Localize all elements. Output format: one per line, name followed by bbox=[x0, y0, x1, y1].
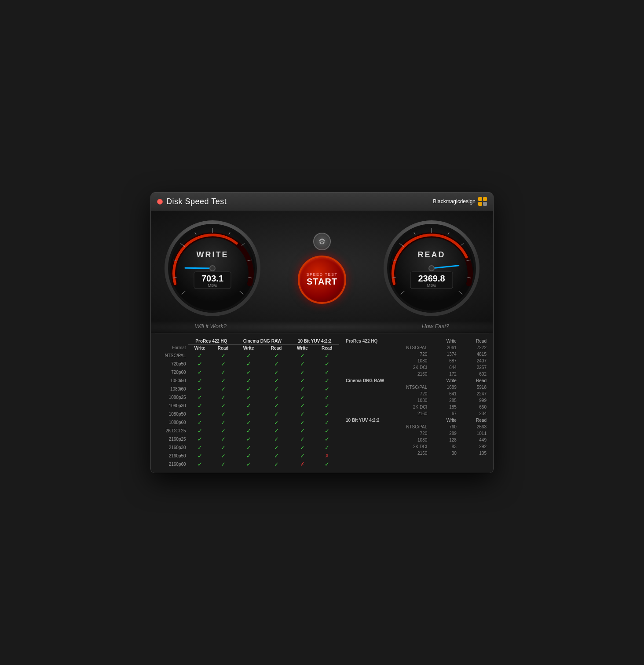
svg-text:MB/s: MB/s bbox=[208, 283, 217, 288]
check-icon: ✓ bbox=[325, 377, 329, 384]
check-cell: ✓ bbox=[263, 385, 290, 393]
format-cell: 720p60 bbox=[155, 368, 188, 376]
how-fast-label: How Fast? bbox=[422, 323, 449, 329]
close-button[interactable] bbox=[157, 199, 163, 205]
check-icon: ✓ bbox=[221, 436, 226, 442]
check-cell: ✓ bbox=[290, 418, 315, 427]
sub-col-1: Write bbox=[188, 344, 212, 351]
table-row: 2K DCI 25✓✓✓✓✓✓ bbox=[155, 427, 339, 435]
read-value: 602 bbox=[459, 371, 489, 377]
check-icon: ✓ bbox=[274, 461, 279, 468]
write-value: 2061 bbox=[429, 344, 459, 351]
check-cell: ✓ bbox=[263, 427, 290, 435]
check-cell: ✓ bbox=[290, 452, 315, 460]
check-icon: ✓ bbox=[246, 369, 251, 376]
check-cell: ✓ bbox=[315, 385, 340, 393]
check-cell: ✓ bbox=[234, 418, 262, 427]
sub-col-5: Write bbox=[290, 344, 315, 351]
table-row: 2160p25✓✓✓✓✓✓ bbox=[155, 435, 339, 443]
write-value: 172 bbox=[429, 371, 459, 377]
check-cell: ✓ bbox=[315, 443, 340, 452]
read-value: 5918 bbox=[459, 384, 489, 391]
check-cell: ✓ bbox=[188, 351, 212, 360]
check-cell: ✓ bbox=[263, 460, 290, 468]
format-cell: 1080p30 bbox=[155, 402, 188, 410]
check-icon: ✓ bbox=[300, 444, 305, 451]
check-cell: ✓ bbox=[212, 368, 235, 376]
check-icon: ✓ bbox=[198, 394, 202, 401]
check-cell: ✓ bbox=[290, 435, 315, 443]
read-value: 2247 bbox=[459, 391, 489, 397]
write-gauge: WRITE 703.1 MB/s bbox=[164, 220, 261, 317]
check-icon: ✓ bbox=[300, 402, 305, 409]
check-cell: ✓ bbox=[263, 452, 290, 460]
check-cell: ✓ bbox=[234, 351, 262, 360]
check-cell: ✓ bbox=[290, 360, 315, 368]
write-col-header: Write bbox=[429, 417, 459, 424]
check-icon: ✓ bbox=[300, 453, 305, 459]
check-icon: ✓ bbox=[274, 411, 279, 417]
check-icon: ✓ bbox=[246, 453, 251, 459]
check-icon: ✓ bbox=[198, 428, 202, 434]
check-cell: ✓ bbox=[290, 410, 315, 418]
check-icon: ✓ bbox=[221, 394, 226, 401]
left-table: ProRes 422 HQ Cinema DNG RAW 10 Bit YUV … bbox=[155, 338, 339, 468]
table-row: 1080i50✓✓✓✓✓✓ bbox=[155, 376, 339, 385]
row-label: NTSC/PAL bbox=[344, 384, 429, 391]
check-cell: ✓ bbox=[315, 402, 340, 410]
cross-icon: ✗ bbox=[300, 461, 304, 467]
check-cell: ✓ bbox=[263, 376, 290, 385]
check-icon: ✓ bbox=[246, 428, 251, 434]
check-icon: ✓ bbox=[198, 461, 202, 468]
write-value: 644 bbox=[429, 364, 459, 371]
row-label: 720 bbox=[344, 351, 429, 358]
check-cell: ✓ bbox=[263, 435, 290, 443]
gear-button[interactable]: ⚙ bbox=[313, 233, 331, 250]
check-icon: ✓ bbox=[325, 411, 329, 417]
check-cell: ✓ bbox=[234, 385, 262, 393]
check-icon: ✓ bbox=[325, 361, 329, 367]
write-value: 1374 bbox=[429, 351, 459, 358]
check-icon: ✓ bbox=[300, 394, 305, 401]
check-icon: ✓ bbox=[221, 402, 226, 409]
start-button[interactable]: SPEED TEST START bbox=[298, 256, 346, 304]
table-row: 1080p50✓✓✓✓✓✓ bbox=[155, 410, 339, 418]
check-cell: ✓ bbox=[290, 393, 315, 402]
start-sub-label: SPEED TEST bbox=[307, 272, 338, 277]
write-col-header: Write bbox=[429, 377, 459, 384]
row-label: 2K DCI bbox=[344, 443, 429, 450]
check-cell: ✓ bbox=[290, 376, 315, 385]
read-value: 449 bbox=[459, 437, 489, 443]
cross-icon: ✗ bbox=[325, 453, 329, 458]
check-cell: ✓ bbox=[212, 435, 235, 443]
check-cell: ✓ bbox=[188, 443, 212, 452]
check-cell: ✓ bbox=[290, 427, 315, 435]
read-value: 650 bbox=[459, 404, 489, 410]
sub-col-6: Read bbox=[315, 344, 340, 351]
read-value: 1011 bbox=[459, 430, 489, 437]
write-value: 185 bbox=[429, 404, 459, 410]
check-icon: ✓ bbox=[300, 369, 305, 376]
check-cell: ✓ bbox=[188, 410, 212, 418]
check-cell: ✓ bbox=[234, 452, 262, 460]
check-cell: ✓ bbox=[188, 452, 212, 460]
right-table-row: 216030105 bbox=[344, 450, 489, 457]
sub-col-3: Write bbox=[234, 344, 262, 351]
read-value: 292 bbox=[459, 443, 489, 450]
check-icon: ✓ bbox=[274, 444, 279, 451]
app-title: Disk Speed Test bbox=[166, 197, 227, 206]
check-icon: ✓ bbox=[300, 428, 305, 434]
check-icon: ✓ bbox=[246, 461, 251, 468]
check-icon: ✓ bbox=[198, 352, 202, 359]
check-icon: ✓ bbox=[221, 453, 226, 459]
check-icon: ✓ bbox=[325, 402, 329, 409]
brand-name: Blackmagicdesign bbox=[433, 198, 476, 205]
right-table-row: 1080285999 bbox=[344, 397, 489, 404]
check-cell: ✓ bbox=[263, 410, 290, 418]
check-icon: ✓ bbox=[300, 411, 305, 417]
right-table-row: 216067234 bbox=[344, 410, 489, 417]
format-cell: 2160p25 bbox=[155, 435, 188, 443]
check-cell: ✓ bbox=[315, 351, 340, 360]
section-head-label: 10 Bit YUV 4:2:2 bbox=[344, 417, 429, 424]
svg-text:READ: READ bbox=[417, 250, 445, 259]
